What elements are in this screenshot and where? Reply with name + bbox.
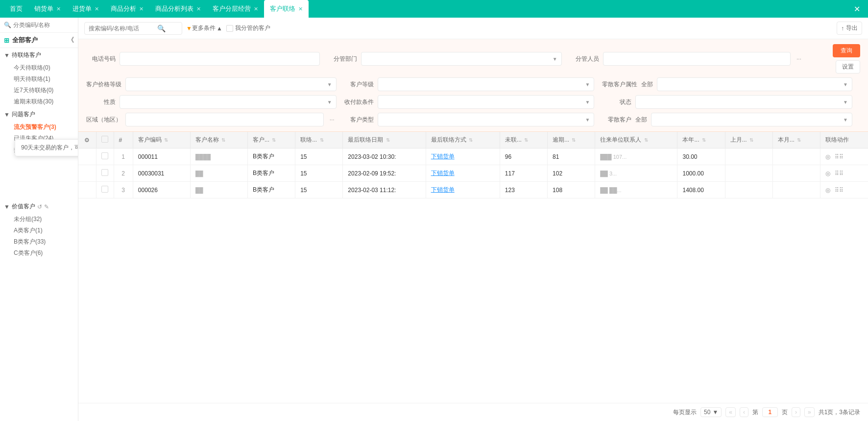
sidebar-item-churn-warning[interactable]: 流失预警客户(3): [0, 122, 78, 133]
sidebar-group-pending[interactable]: ▼ 待联络客户: [0, 48, 78, 62]
search-input[interactable]: [89, 25, 157, 32]
way-link-1[interactable]: 下销货单: [431, 153, 455, 160]
more-actions-2[interactable]: ⠿⠿: [835, 170, 844, 177]
sidebar-group-value[interactable]: ▼ 价值客户 ↺ ✎: [0, 199, 78, 214]
sidebar-item-a-class[interactable]: A类客户(1): [0, 225, 78, 236]
first-page-btn[interactable]: «: [725, 407, 736, 417]
region-select[interactable]: [125, 113, 324, 126]
manager-dots-btn[interactable]: ···: [795, 55, 803, 62]
close-purchase-tab[interactable]: ✕: [95, 6, 99, 12]
td-cc-2: ██ 3...: [595, 165, 677, 182]
zero-attr-select[interactable]: ▼: [657, 77, 852, 91]
type-select[interactable]: ▼: [378, 113, 595, 126]
more-conditions-btn[interactable]: ▼ 更多条件 ▲: [186, 24, 222, 32]
prev-page-btn[interactable]: ‹: [740, 407, 748, 417]
th-this-year[interactable]: 本年... ⇅: [677, 132, 725, 149]
close-analysis-tab[interactable]: ✕: [139, 6, 144, 12]
filter-row-2: 客户价格等级 ▼ 客户等级 ▼ 零散客户属性 全部: [86, 77, 860, 91]
way-link-2[interactable]: 下销货单: [431, 170, 455, 176]
search-btn-icon[interactable]: 🔍: [157, 25, 166, 32]
th-type[interactable]: 客户... ⇅: [247, 132, 295, 149]
filter-row-4: 区域（地区） ··· 客户类型 ▼ 零散客户 全部: [86, 113, 860, 126]
td-way-3[interactable]: 下销货单: [426, 182, 500, 198]
td-lm-1: [725, 149, 772, 165]
last-page-btn[interactable]: »: [804, 407, 815, 417]
row3-checkbox[interactable]: [101, 186, 108, 193]
export-btn[interactable]: ↑ 导出: [837, 22, 862, 35]
th-check[interactable]: [96, 132, 114, 149]
status-select[interactable]: ▼: [635, 95, 852, 109]
close-sales-tab[interactable]: ✕: [56, 6, 61, 12]
td-type-1: B类客户: [247, 149, 295, 165]
sidebar-item-overdue[interactable]: 逾期未联络(30): [0, 96, 78, 107]
sidebar-all-customers[interactable]: ⊞ 全部客户 《: [0, 33, 78, 48]
row2-checkbox[interactable]: [101, 169, 108, 176]
sidebar-item-b-class[interactable]: B类客户(33): [0, 236, 78, 248]
td-check-2[interactable]: [96, 165, 114, 182]
sidebar-item-tomorrow[interactable]: 明天待联络(1): [0, 74, 78, 85]
th-company-contact[interactable]: 往来单位联系人 ⇅: [595, 132, 677, 149]
nav-tab-customer-layer[interactable]: 客户分层经营 ✕: [207, 0, 264, 18]
contact-icon-2[interactable]: ◎: [825, 170, 830, 177]
th-name[interactable]: 客户名称 ⇅: [190, 132, 247, 149]
per-page-select[interactable]: 50 ▼: [700, 407, 722, 417]
price-grade-select[interactable]: ▼: [125, 77, 337, 91]
contact-icon-1[interactable]: ◎: [825, 153, 830, 160]
way-link-3[interactable]: 下销货单: [431, 186, 455, 193]
filter-cell-zero-customer: 零散客户 全部 ▼: [602, 113, 860, 126]
nav-tab-home[interactable]: 首页: [4, 0, 28, 18]
td-way-1[interactable]: 下销货单: [426, 149, 500, 165]
grade-select[interactable]: ▼: [378, 77, 595, 91]
nav-tab-sales[interactable]: 销货单 ✕: [28, 0, 67, 18]
contact-icon-3[interactable]: ◎: [825, 187, 830, 194]
dept-select[interactable]: ▼: [361, 52, 561, 66]
more-actions-1[interactable]: ⠿⠿: [835, 153, 844, 160]
phone-input[interactable]: [120, 52, 320, 66]
region-dots-btn[interactable]: ···: [328, 116, 337, 123]
th-last-date[interactable]: 最后联络日期 ⇅: [343, 132, 426, 149]
td-date-3: 2023-02-03 11:12:: [343, 182, 426, 198]
refresh-icon[interactable]: ↺: [37, 203, 42, 210]
close-customer-contact-tab[interactable]: ✕: [298, 6, 303, 12]
page-input[interactable]: [762, 407, 778, 417]
next-page-btn[interactable]: ›: [792, 407, 800, 417]
sidebar-search-input[interactable]: [13, 22, 74, 28]
type-label: 客户类型: [344, 116, 374, 124]
sidebar-group-problem[interactable]: ▼ 问题客户: [0, 107, 78, 122]
my-customers-check[interactable]: [226, 25, 233, 32]
window-close-btn[interactable]: ✕: [850, 4, 864, 14]
my-customers-checkbox[interactable]: 我分管的客户: [226, 24, 270, 32]
close-customer-layer-tab[interactable]: ✕: [254, 6, 258, 12]
td-check-1[interactable]: [96, 149, 114, 165]
th-last-way[interactable]: 最后联络方式 ⇅: [426, 132, 500, 149]
td-way-2[interactable]: 下销货单: [426, 165, 500, 182]
td-check-3[interactable]: [96, 182, 114, 198]
manager-select[interactable]: [603, 52, 791, 66]
th-overdue[interactable]: 逾期... ⇅: [548, 132, 595, 149]
nav-tab-customer-contact[interactable]: 客户联络 ✕: [264, 0, 309, 18]
td-ty-2: 1000.00: [677, 165, 725, 182]
settings-btn[interactable]: 设置: [836, 60, 860, 74]
sidebar-item-week[interactable]: 近7天待联络(0): [0, 85, 78, 96]
th-not-contacted[interactable]: 未联... ⇅: [500, 132, 547, 149]
header-checkbox[interactable]: [101, 136, 108, 143]
th-last-month[interactable]: 上月... ⇅: [725, 132, 772, 149]
more-actions-3[interactable]: ⠿⠿: [835, 187, 844, 194]
sidebar-item-today[interactable]: 今天待联络(0): [0, 62, 78, 74]
nav-tab-purchase[interactable]: 进货单 ✕: [67, 0, 105, 18]
payment-select[interactable]: ▼: [378, 95, 595, 109]
nav-tab-analysis[interactable]: 商品分析 ✕: [105, 0, 149, 18]
zero-customer-select[interactable]: ▼: [651, 113, 852, 126]
th-contact[interactable]: 联络... ⇅: [295, 132, 343, 149]
th-code[interactable]: 客户编码 ⇅: [133, 132, 190, 149]
nature-select[interactable]: ▼: [120, 95, 337, 109]
query-btn[interactable]: 查询: [833, 44, 860, 57]
edit-icon[interactable]: ✎: [44, 203, 49, 210]
close-analysis-list-tab[interactable]: ✕: [196, 6, 201, 12]
sidebar-item-c-class[interactable]: C类客户(6): [0, 248, 78, 259]
nav-tab-analysis-list[interactable]: 商品分析列表 ✕: [149, 0, 207, 18]
row1-checkbox[interactable]: [101, 152, 108, 159]
th-setting[interactable]: ⚙: [78, 132, 96, 149]
sidebar-item-ungrouped[interactable]: 未分组(32): [0, 214, 78, 225]
th-this-month[interactable]: 本月... ⇅: [772, 132, 820, 149]
